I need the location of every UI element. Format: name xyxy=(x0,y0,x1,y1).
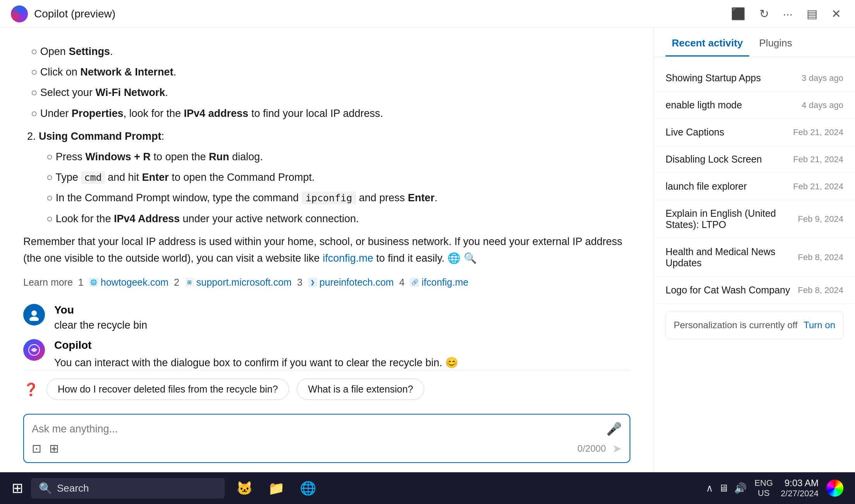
activity-item-6[interactable]: Health and Medical News Updates Feb 8, 2… xyxy=(654,238,855,277)
copilot-avatar xyxy=(23,339,45,361)
ip-address-steps: Open Settings. Click on Network & Intern… xyxy=(23,43,630,290)
input-tools: ⊡ ⊞ xyxy=(32,442,59,455)
input-row: 🎤 xyxy=(32,422,622,436)
clock-date: 2/27/2024 xyxy=(781,489,819,499)
microphone-icon[interactable]: 🎤 xyxy=(606,422,622,436)
input-area: 🎤 ⊡ ⊞ 0/2000 ➤ xyxy=(0,408,654,472)
copilot-message: Copilot You can interact with the dialog… xyxy=(23,339,630,370)
taskbar-app-files[interactable]: 📁 xyxy=(264,478,288,498)
copilot-message-body: Copilot You can interact with the dialog… xyxy=(54,339,458,370)
arrow-icon: ❯ xyxy=(308,278,317,287)
activity-date-6: Feb 8, 2024 xyxy=(798,252,843,262)
activity-item-1[interactable]: enable ligth mode 4 days ago xyxy=(654,92,855,119)
activity-title-7: Logo for Cat Wash Company xyxy=(666,285,794,296)
activity-item-0[interactable]: Showing Startup Apps 3 days ago xyxy=(654,65,855,92)
title-bar-actions: ⬛ ↻ ··· ▤ ✕ xyxy=(728,4,844,24)
source-4-link[interactable]: 🔗 ifconfig.me xyxy=(410,274,468,290)
select-area-icon[interactable]: ⊞ xyxy=(49,442,59,455)
chat-scroll[interactable]: Open Settings. Click on Network & Intern… xyxy=(0,28,654,370)
start-button[interactable]: ⊞ xyxy=(12,480,23,496)
activity-title-1: enable ligth mode xyxy=(666,99,798,111)
source-1-label: howtogeek.com xyxy=(101,274,169,290)
list-item: Using Command Prompt: Press Windows + R … xyxy=(39,128,630,227)
refresh-icon[interactable]: ↻ xyxy=(756,4,772,24)
list-item: Look for the IPv4 Address under your act… xyxy=(46,211,630,227)
user-message-body: You clear the recycle bin xyxy=(54,304,147,331)
suggestions: ❓ How do I recover deleted files from th… xyxy=(0,371,654,408)
list-item: Under Properties, look for the IPv4 addr… xyxy=(31,105,630,122)
activity-date-0: 3 days ago xyxy=(802,73,843,83)
network-icon[interactable]: 🖥 xyxy=(719,482,729,494)
clock-time: 9:03 AM xyxy=(781,478,819,489)
open-external-icon[interactable]: ⬛ xyxy=(728,4,748,24)
volume-icon[interactable]: 🔊 xyxy=(734,482,747,494)
suggestion-2-button[interactable]: What is a file extension? xyxy=(297,379,424,400)
suggestion-1-button[interactable]: How do I recover deleted files from the … xyxy=(46,379,289,400)
personalization-box: Personalization is currently off Turn on xyxy=(666,312,843,339)
chevron-icon[interactable]: ∧ xyxy=(706,482,713,494)
remember-text: Remember that your local IP address is u… xyxy=(23,233,630,267)
activity-item-5[interactable]: Explain in English (United States): LTPO… xyxy=(654,200,855,238)
copilot-text: You can interact with the dialogue box t… xyxy=(54,355,458,370)
sidebar: Recent activity Plugins Showing Startup … xyxy=(654,28,855,472)
source-3-num: 3 xyxy=(297,274,303,290)
source-2-num: 2 xyxy=(174,274,179,290)
taskbar-search[interactable]: 🔍 Search xyxy=(31,478,225,499)
system-tray: ∧ 🖥 🔊 xyxy=(706,482,747,494)
taskbar-app-edge[interactable]: 🌐 xyxy=(296,478,320,498)
input-right: 0/2000 ➤ xyxy=(578,442,622,455)
close-icon[interactable]: ✕ xyxy=(828,4,844,24)
chat-input[interactable] xyxy=(32,423,600,435)
title-bar: Copilot (preview) ⬛ ↻ ··· ▤ ✕ xyxy=(0,0,855,28)
svg-point-0 xyxy=(31,310,37,316)
split-view-icon[interactable]: ▤ xyxy=(803,4,821,24)
activity-title-6: Health and Medical News Updates xyxy=(666,246,794,269)
ifconfig-link[interactable]: ifconfig.me xyxy=(323,252,373,264)
clock[interactable]: 9:03 AM 2/27/2024 xyxy=(781,478,819,499)
sidebar-content[interactable]: Showing Startup Apps 3 days ago enable l… xyxy=(654,57,855,472)
activity-item-3[interactable]: Disabling Lock Screen Feb 21, 2024 xyxy=(654,146,855,173)
taskbar-right: ∧ 🖥 🔊 ENG US 9:03 AM 2/27/2024 xyxy=(706,478,843,499)
learn-more: Learn more 1 🌐 howtogeek.com 2 ⊞ support… xyxy=(23,274,630,290)
activity-date-5: Feb 9, 2024 xyxy=(798,214,843,224)
source-2-link[interactable]: ⊞ support.microsoft.com xyxy=(185,274,292,290)
activity-title-5: Explain in English (United States): LTPO xyxy=(666,208,794,230)
search-label: Search xyxy=(57,482,89,494)
activity-date-1: 4 days ago xyxy=(802,100,843,110)
user-text: clear the recycle bin xyxy=(54,319,147,331)
more-icon[interactable]: ··· xyxy=(780,4,796,24)
region-label: US xyxy=(754,488,773,498)
activity-date-2: Feb 21, 2024 xyxy=(793,127,843,137)
search-icon: 🔍 xyxy=(39,482,52,495)
tab-recent-activity[interactable]: Recent activity xyxy=(666,28,749,57)
send-button[interactable]: ➤ xyxy=(612,442,622,455)
question-icon: ❓ xyxy=(23,382,39,397)
activity-item-4[interactable]: launch file explorer Feb 21, 2024 xyxy=(654,173,855,200)
source-4-num: 4 xyxy=(399,274,404,290)
activity-date-4: Feb 21, 2024 xyxy=(793,182,843,192)
turn-on-button[interactable]: Turn on xyxy=(803,320,835,331)
list-item: Click on Network & Internet. xyxy=(31,64,630,81)
colorful-icon[interactable] xyxy=(826,480,843,497)
activity-item-2[interactable]: Live Captions Feb 21, 2024 xyxy=(654,119,855,146)
tab-plugins[interactable]: Plugins xyxy=(753,28,798,57)
taskbar-left: ⊞ 🔍 Search 🐱 📁 🌐 xyxy=(12,478,320,499)
globe-icon: 🌐 xyxy=(89,278,98,287)
taskbar: ⊞ 🔍 Search 🐱 📁 🌐 ∧ 🖥 🔊 ENG US 9:03 AM 2/… xyxy=(0,472,855,504)
activity-date-7: Feb 8, 2024 xyxy=(798,285,843,295)
activity-title-0: Showing Startup Apps xyxy=(666,72,798,84)
source-1-link[interactable]: 🌐 howtogeek.com xyxy=(89,274,169,290)
list-item: Open Settings. xyxy=(31,43,630,60)
lang-region: ENG US xyxy=(754,478,773,498)
source-1-num: 1 xyxy=(78,274,84,290)
source-2-label: support.microsoft.com xyxy=(196,274,292,290)
input-box: 🎤 ⊡ ⊞ 0/2000 ➤ xyxy=(23,414,630,463)
app-window: Copilot (preview) ⬛ ↻ ··· ▤ ✕ Open Setti… xyxy=(0,0,855,472)
taskbar-app-cat[interactable]: 🐱 xyxy=(232,478,256,498)
sidebar-tabs: Recent activity Plugins xyxy=(654,28,855,57)
source-3-link[interactable]: ❯ pureinfotech.com xyxy=(308,274,394,290)
camera-scan-icon[interactable]: ⊡ xyxy=(32,442,41,455)
content-area: Open Settings. Click on Network & Intern… xyxy=(0,28,855,472)
lang-label: ENG xyxy=(754,478,773,488)
activity-item-7[interactable]: Logo for Cat Wash Company Feb 8, 2024 xyxy=(654,277,855,304)
